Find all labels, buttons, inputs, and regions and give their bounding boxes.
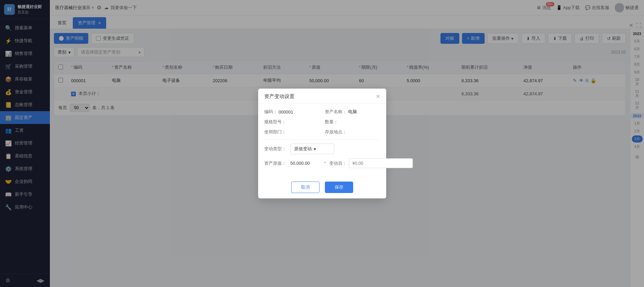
asset-change-dialog: 资产变动设置 ✕ 编码： 000001 资产名称： 电脑 规格型号： [258, 89, 386, 198]
dialog-row-dept-location: 使用部门： 存放地点： [264, 129, 380, 135]
after-value-input[interactable] [349, 158, 413, 168]
dialog-value-row: 资产原值： 50,000.00 * 变动后： [264, 158, 380, 168]
dialog-field-quantity: 数量： [325, 119, 380, 125]
dialog-body: 编码： 000001 资产名称： 电脑 规格型号： 数量： [258, 103, 386, 179]
dialog-footer: 取消 保存 [258, 179, 386, 198]
dialog-divider [264, 139, 380, 139]
change-type-select[interactable]: 原值变动 ▾ [290, 144, 334, 154]
dialog-field-dept: 使用部门： [264, 129, 319, 135]
select-chevron-icon: ▾ [314, 147, 316, 152]
dialog-field-spec: 规格型号： [264, 119, 319, 125]
dialog-row-spec-qty: 规格型号： 数量： [264, 119, 380, 125]
dialog-header: 资产变动设置 ✕ [258, 89, 386, 103]
dialog-row-code-name: 编码： 000001 资产名称： 电脑 [264, 109, 380, 115]
dialog-field-location: 存放地点： [325, 129, 380, 135]
dialog-close-button[interactable]: ✕ [376, 93, 380, 100]
dialog-field-name: 资产名称： 电脑 [325, 109, 380, 115]
cancel-button[interactable]: 取消 [291, 182, 319, 193]
dialog-field-code: 编码： 000001 [264, 109, 319, 115]
save-button[interactable]: 保存 [325, 182, 353, 193]
dialog-change-type-row: 变动类型： 原值变动 ▾ [264, 144, 380, 154]
modal-overlay: 资产变动设置 ✕ 编码： 000001 资产名称： 电脑 规格型号： [0, 0, 644, 287]
dialog-title: 资产变动设置 [264, 93, 295, 100]
